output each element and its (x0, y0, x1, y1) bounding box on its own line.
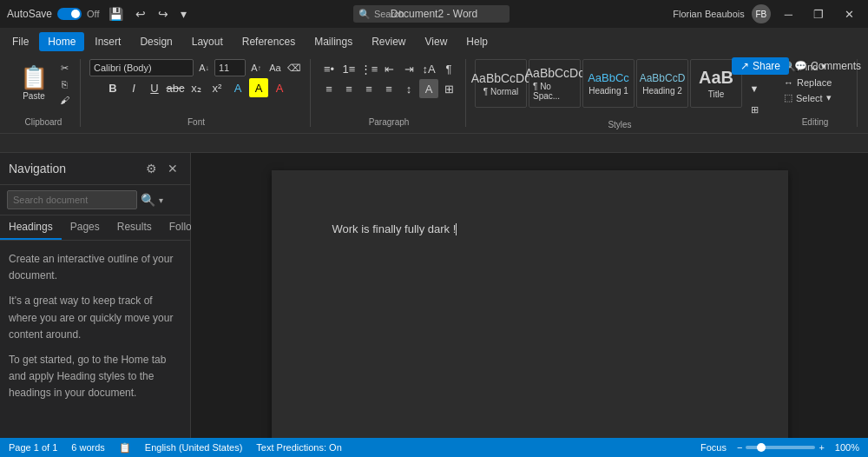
share-label: Share (753, 60, 780, 72)
format-painter-button[interactable]: 🖌 (56, 92, 73, 107)
decrease-indent-button[interactable]: ⇤ (379, 59, 398, 78)
font-name-input[interactable] (89, 59, 194, 76)
subscript-button[interactable]: x₂ (187, 78, 206, 97)
superscript-button[interactable]: x² (207, 78, 227, 97)
nav-close-button[interactable]: ✕ (164, 160, 181, 177)
menu-item-review[interactable]: Review (363, 32, 414, 51)
menu-item-file[interactable]: File (3, 32, 37, 51)
styles-group: AaBbCcDc ¶ Normal AaBbCcDc ¶ No Spac... … (468, 59, 772, 127)
para-row1: ≡• 1≡ ⋮≡ ⇤ ⇥ ↕A ¶ (319, 59, 458, 78)
change-case-button[interactable]: Aa (266, 59, 284, 76)
strikethrough-button[interactable]: abc (166, 78, 185, 97)
nav-tab-pages[interactable]: Pages (62, 215, 108, 240)
close-button[interactable]: ✕ (838, 0, 861, 28)
numbering-button[interactable]: 1≡ (339, 59, 358, 78)
para-content: ≡• 1≡ ⋮≡ ⇤ ⇥ ↕A ¶ ≡ ≡ ≡ ≡ ↕ A ⊞ (319, 59, 458, 116)
align-left-button[interactable]: ≡ (319, 79, 339, 98)
font-size-increase-button[interactable]: A↑ (247, 59, 265, 76)
nav-search-button[interactable]: 🔍 (141, 193, 155, 207)
multilevel-list-button[interactable]: ⋮≡ (359, 59, 378, 78)
paste-button[interactable]: 📋 Paste (14, 59, 54, 106)
font-size-input[interactable] (214, 59, 246, 76)
comments-button[interactable]: 💬 Comments (794, 60, 861, 72)
sort-button[interactable]: ↕A (419, 59, 438, 78)
document-page[interactable]: Work is finally fully dark ! (272, 170, 788, 438)
nav-content-paragraph: To get started, go to the Home tab and a… (9, 352, 181, 402)
comments-icon: 💬 (794, 60, 807, 72)
share-button[interactable]: ↗ Share (732, 57, 789, 75)
style-heading1-label: Heading 1 (589, 86, 628, 96)
clipboard-group: 📋 Paste ✂ ⎘ 🖌 Clipboard (7, 59, 81, 127)
nav-search-input[interactable] (7, 190, 137, 209)
document-area[interactable]: Work is finally fully dark ! (191, 153, 868, 438)
menu-item-design[interactable]: Design (131, 32, 181, 51)
undo-icon[interactable]: ↩ (132, 7, 149, 21)
font-color-button[interactable]: A (270, 78, 289, 97)
status-bar: Page 1 of 1 6 words 📋 English (United St… (0, 438, 868, 457)
autosave-toggle[interactable] (57, 8, 82, 20)
text-effects-button[interactable]: A (228, 78, 247, 97)
font-content: A↓ A↑ Aa ⌫ B I U abc x₂ x² A A A (89, 59, 303, 116)
copy-button[interactable]: ⎘ (56, 76, 73, 91)
menu-item-references[interactable]: References (233, 32, 304, 51)
zoom-slider-container: − + (737, 442, 825, 453)
style-title-preview: AaB (699, 68, 733, 88)
styles-more[interactable]: ⊞ (746, 101, 763, 118)
style-title-label: Title (708, 89, 725, 99)
nav-tab-results[interactable]: Results (108, 215, 161, 240)
zoom-slider[interactable] (746, 446, 815, 449)
menu-item-help[interactable]: Help (457, 32, 496, 51)
user-avatar[interactable]: FB (752, 4, 771, 23)
doc-name-label: Document2 - Word (391, 8, 477, 20)
align-center-button[interactable]: ≡ (339, 79, 358, 98)
increase-indent-button[interactable]: ⇥ (399, 59, 418, 78)
nav-tabs: HeadingsPagesResultsFollow (0, 215, 190, 241)
nav-search-dropdown[interactable]: ▾ (159, 195, 163, 205)
status-right: Focus − + 100% (700, 442, 859, 453)
styles-scroll-down[interactable]: ▼ (746, 80, 763, 97)
justify-button[interactable]: ≡ (379, 79, 398, 98)
shading-button[interactable]: A (419, 79, 438, 98)
style-no-spacing[interactable]: AaBbCcDc ¶ No Spac... (529, 59, 581, 108)
proofing-icon[interactable]: 📋 (119, 442, 131, 454)
menu-item-view[interactable]: View (417, 32, 457, 51)
select-button[interactable]: ⬚ Select ▾ (780, 90, 850, 105)
restore-button[interactable]: ❐ (806, 0, 831, 28)
save-icon[interactable]: 💾 (105, 7, 127, 21)
minimize-button[interactable]: ─ (778, 0, 799, 28)
zoom-in-button[interactable]: + (819, 442, 824, 453)
nav-tab-headings[interactable]: Headings (0, 215, 62, 240)
align-right-button[interactable]: ≡ (359, 79, 378, 98)
style-normal[interactable]: AaBbCcDc ¶ Normal (475, 59, 527, 108)
replace-button[interactable]: ↔ Replace (780, 75, 850, 89)
borders-button[interactable]: ⊞ (439, 79, 458, 98)
style-heading2[interactable]: AaBbCcD Heading 2 (636, 59, 688, 108)
line-spacing-button[interactable]: ↕ (399, 79, 418, 98)
underline-button[interactable]: U (145, 78, 164, 97)
customize-qat-icon[interactable]: ▾ (177, 7, 190, 21)
share-icon: ↗ (740, 60, 749, 72)
italic-button[interactable]: I (124, 78, 143, 97)
font-size-decrease-button[interactable]: A↓ (195, 59, 213, 76)
style-heading1[interactable]: AaBbCc Heading 1 (582, 59, 635, 108)
show-hide-button[interactable]: ¶ (439, 59, 458, 78)
redo-icon[interactable]: ↪ (155, 7, 172, 21)
ribbon-sections (0, 134, 868, 153)
font-label: Font (187, 117, 205, 127)
font-row2: B I U abc x₂ x² A A A (103, 78, 289, 97)
bullets-button[interactable]: ≡• (319, 59, 339, 78)
focus-button[interactable]: Focus (700, 442, 727, 453)
menu-item-mailings[interactable]: Mailings (306, 32, 361, 51)
styles-label: Styles (608, 120, 631, 129)
clear-formatting-button[interactable]: ⌫ (286, 59, 303, 76)
text-highlight-button[interactable]: A (249, 78, 268, 97)
replace-label: Replace (797, 77, 832, 88)
bold-button[interactable]: B (103, 78, 122, 97)
nav-settings-button[interactable]: ⚙ (142, 160, 161, 177)
comments-label: Comments (811, 60, 861, 72)
menu-item-layout[interactable]: Layout (183, 32, 232, 51)
menu-item-home[interactable]: Home (39, 32, 84, 51)
menu-item-insert[interactable]: Insert (86, 32, 129, 51)
zoom-out-button[interactable]: − (737, 442, 742, 453)
cut-button[interactable]: ✂ (56, 61, 73, 76)
